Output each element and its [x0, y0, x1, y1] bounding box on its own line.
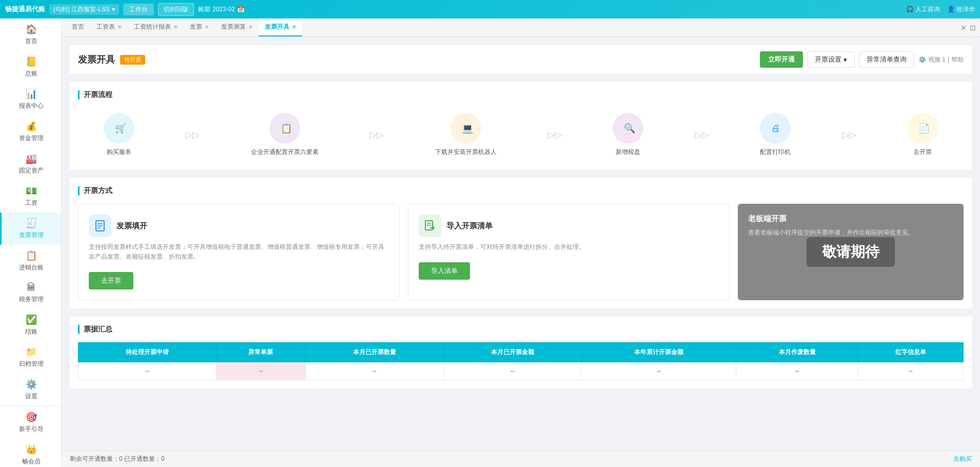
- sidebar-item-tax[interactable]: 🏛 税务管理: [0, 277, 61, 309]
- flow-step-issue[interactable]: 📄 去开票: [907, 113, 938, 157]
- top-bar-right: 🎧 人工咨询 👤 徐泽华: [906, 5, 975, 14]
- flow-arrow-1: ▷▷: [185, 129, 200, 141]
- sidebar-item-reports[interactable]: 📊 报表中心: [0, 83, 61, 115]
- sidebar-label-salary: 工资: [25, 199, 37, 207]
- flow-step-buy-service[interactable]: 🛒 购买服务: [104, 113, 134, 157]
- tab-restore-button[interactable]: ⊡: [970, 24, 976, 32]
- col-year-amount: 本年累计开票金额: [582, 343, 736, 362]
- open-settings-label: 开票设置: [815, 55, 841, 64]
- printer-label: 配置打印机: [760, 148, 791, 157]
- sidebar-item-funds[interactable]: 💰 资金管理: [0, 115, 61, 148]
- tab-label-invoice-tool: 发票开具: [265, 23, 289, 31]
- old-version-button[interactable]: 切到旧版: [158, 3, 194, 16]
- tab-close-salary-report[interactable]: ✕: [173, 24, 178, 30]
- assets-icon: 🏭: [26, 153, 37, 164]
- tab-label-invoice: 发票: [190, 23, 202, 31]
- status-badge: 待开通: [120, 55, 145, 65]
- tab-label-invoice-calc: 发票测算: [221, 23, 246, 31]
- tab-invoice[interactable]: 发票 ✕: [184, 18, 215, 36]
- issue-label: 去开票: [913, 148, 932, 157]
- sidebar-item-member[interactable]: 👑 畅会员: [0, 439, 61, 467]
- flow-arrow-5: ▷▷: [842, 129, 856, 141]
- download-icon: 💻: [450, 113, 481, 144]
- old-portal-title: 老板端开票: [748, 214, 953, 224]
- tab-salary-report[interactable]: 工资统计报表 ✕: [128, 18, 184, 36]
- period-label: 账期: [198, 5, 210, 14]
- tab-salary-table[interactable]: 工资表 ✕: [90, 18, 128, 36]
- sidebar-label-archive: 归档管理: [19, 360, 44, 368]
- opened-text: 已开通数量：0: [124, 455, 165, 462]
- tab-close-invoice-calc[interactable]: ✕: [248, 24, 252, 30]
- summary-table: 待处理开票申请 异常单票 本月已开票数量 本月已开票金额 本年累计开票金额 本月…: [78, 342, 964, 380]
- purchase-icon: 📋: [26, 250, 37, 261]
- flow-step-config[interactable]: 📋 企业开通配置开票六要素: [251, 113, 319, 157]
- sidebar-item-settlement[interactable]: ✅ 结账: [0, 309, 61, 341]
- tab-close-salary[interactable]: ✕: [117, 24, 122, 30]
- import-method-icon: [419, 215, 441, 237]
- sidebar-item-purchase[interactable]: 📋 进销台账: [0, 245, 61, 277]
- main-layout: 🏠 首页 📒 总账 📊 报表中心 💰 资金管理 🏭 固定资产 💵 工资 🧾 发票…: [0, 18, 980, 467]
- sidebar-item-guide[interactable]: 🎯 新手引导: [0, 406, 61, 439]
- flow-step-tax-disk[interactable]: 🔍 新增税盘: [613, 113, 643, 157]
- sidebar-item-salary[interactable]: 💵 工资: [0, 180, 61, 212]
- tab-close-invoice-tool[interactable]: ✕: [292, 24, 296, 30]
- company-selector[interactable]: (勾到) 江西服室-LSS ▾: [49, 4, 119, 15]
- manual-method-desc: 支持按照发票样式手工填选开发票；可开具增值税电子普通发票、增值税普通发票、增值税…: [89, 242, 389, 262]
- flow-section: 开票流程 🛒 购买服务 ▷▷ 📋 企业开通配置开票六要素: [70, 82, 972, 170]
- flow-step-printer[interactable]: 🖨 配置打印机: [760, 113, 791, 157]
- tax-icon: 🏛: [27, 282, 36, 293]
- guide-icon: 🎯: [26, 412, 37, 423]
- col-void-count: 本月作废数量: [736, 343, 858, 362]
- bottom-bar: 剩余可开通数量：0 已开通数量：0 去购买: [62, 451, 980, 467]
- company-name: (勾到) 江西服室-LSS: [53, 5, 110, 14]
- go-issue-button[interactable]: 去开票: [89, 272, 133, 289]
- user-avatar[interactable]: 👤 徐泽华: [947, 5, 975, 14]
- sidebar-item-assets[interactable]: 🏭 固定资产: [0, 148, 61, 180]
- col-month-count: 本月已开票数量: [305, 343, 443, 362]
- tab-close-all-button[interactable]: ✕: [961, 24, 967, 32]
- page-title-row: 发票开具 待开通: [78, 53, 145, 66]
- import-method-title: 导入开票清单: [446, 221, 493, 231]
- import-list-button[interactable]: 导入清单: [419, 262, 470, 280]
- sidebar-item-ledger[interactable]: 📒 总账: [0, 51, 61, 83]
- svg-text:💻: 💻: [462, 123, 474, 134]
- tab-label-home: 首页: [72, 23, 84, 31]
- method-card-manual: 发票填开 支持按照发票样式手工填选开发票；可开具增值税电子普通发票、增值税普通发…: [78, 204, 400, 300]
- sidebar-item-invoice[interactable]: 🧾 发票管理: [0, 212, 61, 245]
- method-card-import: 导入开票清单 支持导入待开票清单，可对待开票清单进行拆分、合并处理。 导入清单: [408, 204, 730, 300]
- method-section: 开票方式: [70, 178, 972, 308]
- abnormal-query-button[interactable]: 异常清单查询: [859, 51, 914, 68]
- method-card-import-header: 导入开票清单: [419, 215, 719, 237]
- sidebar-item-archive[interactable]: 📁 归档管理: [0, 341, 61, 374]
- coming-soon-text: 敬请期待: [807, 237, 895, 267]
- svg-text:📄: 📄: [918, 123, 930, 134]
- buy-link[interactable]: 去购买: [953, 455, 972, 463]
- tab-close-invoice[interactable]: ✕: [205, 24, 209, 30]
- settlement-icon: ✅: [26, 314, 37, 325]
- workspace-button[interactable]: 工作台: [123, 4, 154, 15]
- support-link[interactable]: 🎧 人工咨询: [906, 5, 940, 14]
- flow-arrow-2: ▷▷: [369, 129, 384, 141]
- sidebar-item-home[interactable]: 🏠 首页: [0, 18, 61, 51]
- member-icon: 👑: [26, 444, 37, 455]
- summary-table-header: 待处理开票申请 异常单票 本月已开票数量 本月已开票金额 本年累计开票金额 本月…: [79, 343, 964, 362]
- open-now-button[interactable]: 立即开通: [760, 51, 803, 68]
- printer-icon: 🖨: [760, 113, 791, 144]
- sidebar-label-assets: 固定资产: [19, 166, 44, 175]
- manual-method-icon: [89, 215, 111, 237]
- help-text[interactable]: 帮助: [951, 55, 964, 64]
- tab-invoice-tool[interactable]: 发票开具 ✕: [259, 18, 302, 36]
- val-red-note: --: [858, 362, 963, 380]
- tax-disk-icon: 🔍: [613, 113, 643, 144]
- open-settings-button[interactable]: 开票设置 ▾: [807, 51, 855, 68]
- sidebar-item-settings[interactable]: ⚙️ 设置: [0, 374, 61, 406]
- tab-invoice-calc[interactable]: 发票测算 ✕: [215, 18, 259, 36]
- tab-home[interactable]: 首页: [66, 18, 90, 36]
- tab-bar-actions: ✕ ⊡: [961, 24, 976, 32]
- config-icon: 📋: [269, 113, 300, 144]
- period-value: 2023-02: [212, 6, 235, 13]
- val-month-amount: --: [443, 362, 581, 380]
- flow-step-download[interactable]: 💻 下载并安装开票机器人: [435, 113, 497, 157]
- reports-icon: 📊: [26, 88, 37, 100]
- calendar-icon[interactable]: 📅: [237, 6, 245, 13]
